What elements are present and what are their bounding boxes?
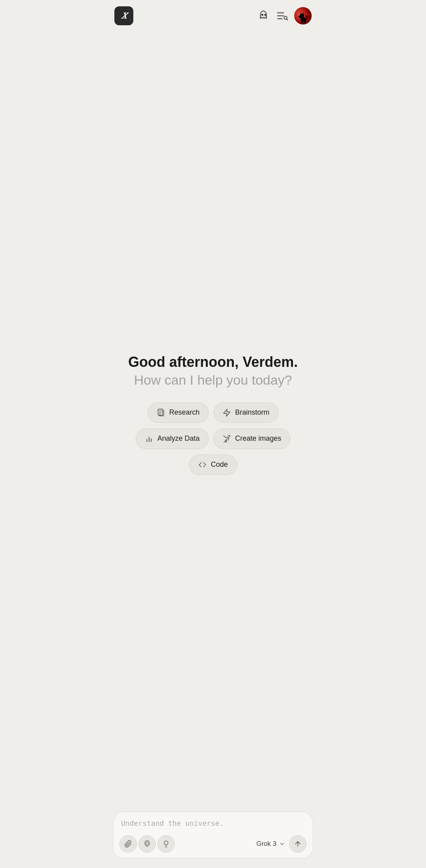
message-input[interactable]	[120, 819, 306, 831]
header-right	[258, 7, 312, 24]
chips-row-1: Research Brainstorm	[148, 402, 278, 423]
chips-row-3: Code	[189, 455, 237, 475]
lightning-icon	[222, 408, 231, 417]
input-actions: Grok 3	[120, 835, 306, 853]
arrow-up-icon	[294, 840, 302, 848]
input-left-icons	[120, 835, 175, 853]
chip-create-images-label: Create images	[235, 434, 281, 443]
logo-text: 𝑋	[121, 11, 127, 21]
chip-research-label: Research	[169, 408, 200, 417]
chip-brainstorm[interactable]: Brainstorm	[213, 402, 278, 423]
model-selector[interactable]: Grok 3	[256, 840, 285, 848]
search-list-icon	[276, 10, 288, 22]
avatar-image	[294, 7, 312, 24]
swirl-icon	[143, 840, 151, 848]
ghost-icon	[258, 10, 270, 22]
bottom-bar: Grok 3	[106, 805, 320, 868]
model-label: Grok 3	[256, 840, 277, 848]
chip-analyze[interactable]: Analyze Data	[136, 428, 209, 449]
lightbulb-icon	[162, 840, 170, 848]
chips-container: Research Brainstorm	[106, 402, 320, 475]
chip-analyze-label: Analyze Data	[157, 434, 200, 443]
document-icon	[157, 408, 165, 417]
svg-point-1	[265, 14, 266, 15]
chip-code[interactable]: Code	[189, 455, 237, 475]
code-icon	[198, 460, 207, 469]
greeting-section: Good afternoon, Verdem. How can I help y…	[119, 353, 307, 388]
input-container: Grok 3	[113, 812, 313, 859]
chip-create-images[interactable]: Create images	[213, 428, 290, 449]
chip-brainstorm-label: Brainstorm	[235, 408, 269, 417]
attach-button[interactable]	[120, 835, 137, 853]
chips-row-2: Analyze Data Create images	[136, 428, 290, 449]
chip-code-label: Code	[211, 460, 228, 469]
svg-point-0	[262, 14, 263, 15]
greeting-line1: Good afternoon, Verdem.	[128, 353, 298, 370]
user-avatar[interactable]	[294, 7, 312, 24]
search-list-button[interactable]	[276, 10, 288, 22]
brush-icon	[222, 434, 231, 443]
input-right: Grok 3	[256, 835, 306, 853]
svg-line-5	[287, 19, 288, 20]
greeting-line2: How can I help you today?	[134, 372, 292, 388]
main-content: Good afternoon, Verdem. How can I help y…	[106, 0, 320, 868]
search-button[interactable]	[138, 835, 156, 853]
chevron-down-icon	[279, 841, 285, 847]
send-button[interactable]	[289, 835, 306, 853]
idea-button[interactable]	[157, 835, 175, 853]
logo-button[interactable]: 𝑋	[114, 6, 133, 25]
chip-research[interactable]: Research	[148, 402, 209, 423]
app-header: 𝑋	[106, 0, 320, 32]
ghost-button[interactable]	[258, 10, 270, 22]
attach-icon	[124, 840, 132, 848]
bar-chart-icon	[145, 434, 153, 443]
